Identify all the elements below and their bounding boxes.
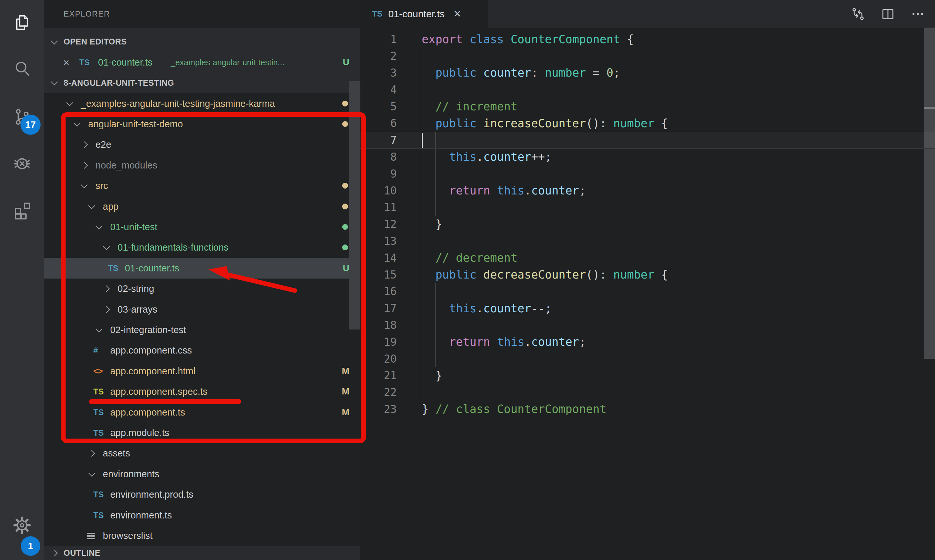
outline-header[interactable]: OUTLINE	[44, 546, 360, 560]
chevron-down-icon	[95, 223, 102, 229]
tree-item-environment.ts[interactable]: TSenvironment.ts	[44, 505, 360, 525]
line-number: 3	[360, 66, 397, 79]
line-number: 16	[360, 285, 397, 298]
line-content: export class CounterComponent {	[397, 33, 634, 46]
tab-01-counter[interactable]: TS 01-counter.ts ×	[360, 0, 488, 28]
open-editors-header[interactable]: OPEN EDITORS	[44, 31, 360, 52]
tree-item-node_modules[interactable]: node_modules	[44, 155, 360, 175]
line-number: 4	[360, 83, 397, 96]
tree-item-02-integration-test[interactable]: 02-integration-test	[44, 320, 360, 340]
extensions-activity-button[interactable]	[12, 200, 32, 220]
tree-item-01-fundamentals-functions[interactable]: 01-fundamentals-functions	[44, 237, 360, 258]
code-line-22: 22	[360, 384, 935, 401]
tree-item-src[interactable]: src	[44, 175, 360, 196]
sidebar-sections: OPEN EDITORS × TS 01-counter.ts _example…	[44, 28, 360, 93]
tree-item-label: app.component.css	[110, 345, 192, 356]
code-line-1: 1export class CounterComponent {	[360, 31, 935, 48]
close-icon[interactable]: ×	[63, 56, 69, 69]
ts-blue-file-icon: TS	[93, 490, 103, 499]
code-line-11: 11	[360, 199, 935, 216]
tree-item-label: _examples-angular-unit-testing-jasmine-k…	[81, 98, 275, 109]
line-content: return this.counter;	[397, 335, 586, 348]
line-content: public decreaseCounter(): number {	[397, 268, 668, 281]
editor-group: TS 01-counter.ts ×	[360, 0, 935, 560]
line-number: 10	[360, 185, 397, 197]
line-content: } // class CounterComponent	[397, 403, 606, 415]
tree-item-assets[interactable]: assets	[44, 443, 360, 463]
line-content: // increment	[397, 100, 518, 113]
close-icon[interactable]: ×	[454, 7, 461, 21]
tree-item-app[interactable]: app	[44, 196, 360, 217]
tree-item-_examples-angular-unit-testing-jasmine-karma[interactable]: _examples-angular-unit-testing-jasmine-k…	[44, 93, 360, 114]
code-line-13: 13	[360, 233, 935, 250]
ts-blue-file-icon: TS	[93, 428, 103, 437]
tree-item-app.module.ts[interactable]: TSapp.module.ts	[44, 422, 360, 443]
more-actions-icon[interactable]	[910, 6, 925, 22]
file-tree: _examples-angular-unit-testing-jasmine-k…	[44, 93, 360, 546]
git-status-badge: U	[343, 263, 349, 273]
tree-item-e2e[interactable]: e2e	[44, 134, 360, 155]
line-number: 14	[360, 252, 397, 264]
code-editor[interactable]: 1export class CounterComponent {23 publi…	[360, 28, 935, 560]
code-line-12: 12 }	[360, 216, 935, 233]
text-cursor	[422, 133, 423, 148]
line-content: public increaseCounter(): number {	[397, 117, 668, 130]
code-line-8: 8 this.counter++;	[360, 149, 935, 166]
git-status-badge: U	[343, 57, 349, 68]
tree-item-02-string[interactable]: 02-string	[44, 278, 360, 299]
open-changes-icon[interactable]	[850, 6, 866, 22]
tree-item-app.component.html[interactable]: <>app.component.htmlM	[44, 361, 360, 381]
code-line-18: 18	[360, 317, 935, 334]
code-line-5: 5 // increment	[360, 98, 935, 115]
line-number: 21	[360, 369, 397, 382]
gear-icon	[12, 515, 32, 535]
tree-item-app.component.spec.ts[interactable]: TSapp.component.spec.tsM	[44, 381, 360, 402]
workspace-folder-label: 8-ANGULAR-UNIT-TESTING	[64, 78, 174, 88]
open-editors-label: OPEN EDITORS	[64, 37, 127, 46]
debug-icon	[12, 153, 32, 172]
git-status-dot	[342, 245, 348, 250]
workspace-folder-header[interactable]: 8-ANGULAR-UNIT-TESTING	[44, 73, 360, 93]
sidebar-scrollbar[interactable]	[349, 81, 360, 329]
explorer-activity-button[interactable]	[12, 13, 32, 32]
tab-label: 01-counter.ts	[388, 8, 444, 20]
code-line-19: 19 return this.counter;	[360, 334, 935, 350]
tree-item-label: app.component.ts	[110, 407, 185, 417]
code-line-23: 23} // class CounterComponent	[360, 401, 935, 418]
chevron-right-icon	[81, 162, 88, 169]
vscode-window: 17 1 EXPLORER	[0, 0, 935, 560]
line-number: 18	[360, 319, 397, 331]
tree-item-app.component.ts[interactable]: TSapp.component.tsM	[44, 402, 360, 422]
line-number: 11	[360, 201, 397, 214]
split-editor-icon[interactable]	[880, 6, 895, 22]
ts-blue-file-icon: TS	[108, 263, 118, 273]
settings-gear-button[interactable]	[12, 515, 32, 535]
tree-item-browserslist[interactable]: browserslist	[44, 525, 360, 546]
css-file-icon: #	[93, 346, 98, 355]
line-number: 13	[360, 235, 397, 248]
tree-item-environments[interactable]: environments	[44, 463, 360, 484]
tree-item-label: app.component.spec.ts	[110, 386, 208, 397]
code-line-2: 2	[360, 48, 935, 65]
tree-item-03-arrays[interactable]: 03-arrays	[44, 299, 360, 320]
tree-item-angular-unit-test-demo[interactable]: angular-unit-test-demo	[44, 114, 360, 134]
line-number: 23	[360, 403, 397, 415]
chevron-down-icon	[88, 470, 95, 477]
tree-item-label: assets	[103, 448, 130, 459]
tree-item-environment.prod.ts[interactable]: TSenvironment.prod.ts	[44, 484, 360, 505]
search-activity-button[interactable]	[12, 59, 32, 78]
code-line-9: 9	[360, 165, 935, 182]
tree-item-01-unit-test[interactable]: 01-unit-test	[44, 217, 360, 237]
code-lines: 1export class CounterComponent {23 publi…	[360, 31, 935, 417]
chevron-right-icon	[88, 450, 95, 457]
line-number: 1	[360, 33, 397, 45]
editor-actions	[850, 0, 935, 28]
tree-item-app.component.css[interactable]: #app.component.css	[44, 340, 360, 361]
extensions-icon	[12, 200, 32, 220]
tree-item-01-counter.ts[interactable]: TS01-counter.tsU	[44, 258, 360, 278]
tree-item-label: src	[95, 180, 108, 191]
search-icon	[12, 59, 32, 78]
source-control-badge: 17	[20, 115, 41, 135]
run-debug-activity-button[interactable]	[12, 153, 32, 172]
open-editor-item[interactable]: × TS 01-counter.ts _examples-angular-uni…	[44, 52, 360, 72]
